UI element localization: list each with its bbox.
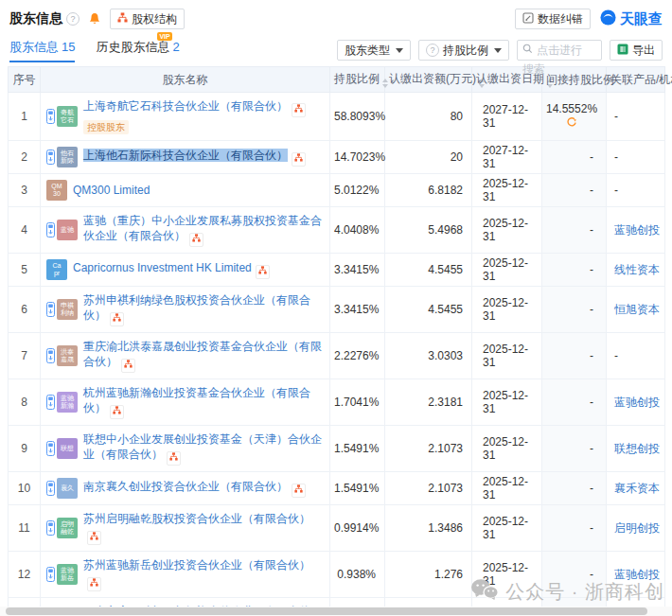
equity-chart-icon[interactable] bbox=[121, 359, 135, 373]
equity-chart-icon[interactable] bbox=[256, 265, 270, 279]
export-button[interactable]: 导出 bbox=[610, 40, 663, 61]
search-placeholder: 点击进行 bbox=[537, 43, 582, 59]
penetrate-icon[interactable] bbox=[46, 395, 55, 410]
product-link[interactable]: 联想创投 bbox=[614, 442, 660, 455]
horizontal-scrollbar[interactable] bbox=[0, 607, 672, 616]
equity-chart-icon[interactable] bbox=[110, 312, 124, 326]
col-amount[interactable]: 认缴出资额(万元) bbox=[385, 67, 472, 93]
product-link[interactable]: 襄禾资本 bbox=[614, 482, 660, 495]
amount-value: 4.5455 bbox=[428, 263, 463, 276]
search-placeholder-overflow: 搜索 bbox=[522, 62, 545, 78]
equity-chart-icon[interactable] bbox=[292, 484, 306, 498]
equity-chart-icon[interactable] bbox=[167, 451, 181, 466]
penetrate-icon[interactable] bbox=[46, 302, 55, 317]
shareholder-name-link[interactable]: 上海奇航它石科技合伙企业（有限合伙） bbox=[83, 99, 288, 113]
data-correction-button[interactable]: 数据纠错 bbox=[515, 9, 591, 29]
vip-badge bbox=[157, 32, 171, 41]
shareholder-avatar: 蓝驰新岳 bbox=[57, 564, 78, 585]
penetrate-icon[interactable] bbox=[46, 150, 55, 165]
date-value: 2025-12-31 bbox=[483, 296, 528, 323]
table-row: 5 Capr Capricornus Investment HK Limited… bbox=[9, 254, 665, 287]
equity-chart-icon[interactable] bbox=[110, 405, 124, 419]
shareholder-name-link[interactable]: Capricornus Investment HK Limited bbox=[73, 261, 252, 274]
col-shareholder-name: 股东名称 bbox=[41, 67, 330, 93]
table-header-row: 序号 股东名称 持股比例 认缴出资额(万元) 认缴出资日期 间接持股比例 关联产… bbox=[9, 67, 665, 93]
table-row: 11 启明融乾 苏州启明融乾股权投资合伙企业（有限合伙） 0.9914% 1.3… bbox=[9, 505, 665, 552]
penetrate-icon[interactable] bbox=[46, 222, 55, 238]
product-link[interactable]: 蓝驰创投 bbox=[614, 396, 660, 409]
watermark: 公众号 · 浙商科创 bbox=[470, 578, 664, 606]
shareholder-name-link[interactable]: 联想中小企业发展创业投资基金（天津）合伙企业（有限合伙） bbox=[83, 432, 322, 461]
shareholder-tag: 控股股东 bbox=[83, 120, 129, 134]
indirect-value: - bbox=[590, 442, 593, 455]
col-indirect: 间接持股比例 bbox=[542, 67, 607, 93]
date-value: 2025-12-31 bbox=[483, 435, 528, 462]
help-icon[interactable] bbox=[66, 12, 80, 26]
tianyancha-logo[interactable]: 天眼查 bbox=[600, 9, 663, 28]
ratio-value: 1.5491% bbox=[334, 482, 379, 495]
product-link[interactable]: 蓝驰创投 bbox=[614, 223, 660, 237]
search-icon bbox=[522, 44, 533, 57]
row-index: 10 bbox=[18, 482, 30, 495]
equity-chart-icon[interactable] bbox=[87, 577, 101, 591]
tianyancha-logo-icon bbox=[600, 9, 616, 28]
table-row: 9 联想 联想中小企业发展创业投资基金（天津）合伙企业（有限合伙） 1.5491… bbox=[9, 426, 665, 472]
product-link: - bbox=[614, 184, 618, 197]
row-index: 1 bbox=[21, 110, 27, 123]
amount-value: 2.1073 bbox=[428, 482, 463, 495]
table-row: 3 QM30 QM300 Limited 5.0122% 6.8182 2025… bbox=[9, 174, 665, 207]
ratio-value: 3.3415% bbox=[334, 263, 379, 276]
shareholder-name-link[interactable]: 苏州启明融乾股权投资合伙企业（有限合伙） bbox=[83, 512, 310, 525]
equity-chart-icon[interactable] bbox=[189, 233, 203, 247]
shareholder-avatar: 申祺利纳 bbox=[57, 299, 78, 320]
product-link: - bbox=[614, 150, 618, 164]
holding-ratio-dropdown[interactable]: 持股比例 bbox=[418, 40, 509, 61]
shareholder-name-link[interactable]: 南京襄久创业投资合伙企业（有限合伙） bbox=[83, 480, 288, 493]
table-row: 10 襄久 南京襄久创业投资合伙企业（有限合伙） 1.5491% 2.1073 … bbox=[9, 472, 665, 505]
product-link[interactable]: 线性资本 bbox=[614, 263, 660, 276]
product-link[interactable]: 恒旭资本 bbox=[614, 303, 660, 316]
tab-history-shareholder-info[interactable]: 历史股东信息2 bbox=[96, 39, 179, 62]
shareholder-avatar: QM30 bbox=[46, 180, 67, 201]
indirect-refresh-icon[interactable] bbox=[566, 116, 577, 131]
product-link: - bbox=[614, 349, 618, 362]
ratio-value: 4.0408% bbox=[334, 223, 379, 237]
penetrate-icon[interactable] bbox=[46, 109, 55, 124]
date-value: 2025-12-31 bbox=[483, 389, 528, 415]
shareholder-name-link[interactable]: QM300 Limited bbox=[73, 184, 150, 197]
bell-icon[interactable] bbox=[88, 12, 101, 26]
indirect-value: - bbox=[590, 521, 593, 535]
indirect-value: - bbox=[590, 150, 593, 164]
scrollbar-thumb[interactable] bbox=[6, 607, 647, 615]
indirect-value: - bbox=[590, 482, 593, 495]
shareholder-name-link[interactable]: 重庆渝北洪泰嘉晟创业投资基金合伙企业（有限合伙） bbox=[83, 340, 322, 368]
shareholder-name-link[interactable]: 上海他石新际科技合伙企业（有限合伙） bbox=[83, 149, 288, 162]
penetrate-icon[interactable] bbox=[46, 348, 55, 363]
tab-shareholder-info[interactable]: 股东信息15 bbox=[9, 39, 75, 62]
equity-chart-icon[interactable] bbox=[292, 152, 306, 167]
date-value: 2027-12-31 bbox=[483, 144, 528, 170]
penetrate-icon[interactable] bbox=[46, 441, 55, 456]
date-value: 2025-12-31 bbox=[483, 515, 528, 541]
equity-structure-button[interactable]: 股权结构 bbox=[110, 9, 185, 29]
ratio-value: 0.9914% bbox=[334, 521, 379, 535]
table-row: 1 奇航它石 上海奇航它石科技合伙企业（有限合伙） 控股股东 58.8093% … bbox=[9, 93, 665, 141]
shareholder-avatar: 蓝驰 bbox=[57, 220, 78, 240]
date-value: 2027-12-31 bbox=[483, 103, 528, 130]
ratio-value: 58.8093% bbox=[334, 110, 385, 123]
shareholder-name-link[interactable]: 苏州蓝驰新岳创业投资合伙企业（有限合伙） bbox=[83, 558, 310, 572]
shareholder-avatar: 襄久 bbox=[57, 478, 78, 499]
sort-icon[interactable] bbox=[382, 79, 388, 88]
equity-chart-icon[interactable] bbox=[292, 103, 306, 117]
penetrate-icon[interactable] bbox=[46, 481, 55, 496]
org-chart-icon bbox=[117, 12, 128, 26]
col-ratio[interactable]: 持股比例 bbox=[330, 67, 385, 93]
penetrate-icon[interactable] bbox=[46, 567, 55, 582]
penetrate-icon[interactable] bbox=[46, 520, 55, 536]
equity-chart-icon[interactable] bbox=[87, 531, 101, 545]
indirect-value: - bbox=[590, 184, 593, 197]
row-index: 12 bbox=[18, 568, 30, 581]
search-field[interactable]: 点击进行 搜索 bbox=[517, 40, 602, 61]
product-link[interactable]: 启明创投 bbox=[614, 521, 660, 535]
shareholder-type-dropdown[interactable]: 股东类型 bbox=[337, 40, 411, 61]
